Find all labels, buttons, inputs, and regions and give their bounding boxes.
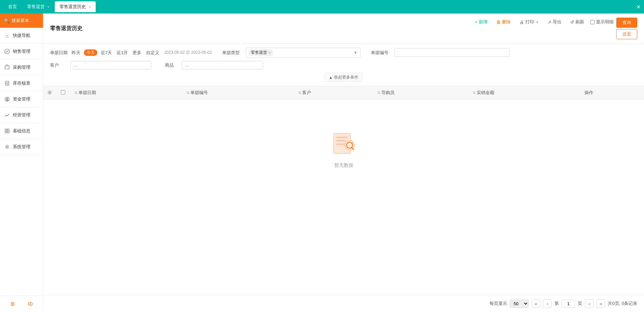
settings-bottom-icon[interactable]: ⚙ xyxy=(8,299,17,309)
th-date[interactable]: 单据日期 xyxy=(70,86,182,99)
sidebar-item-sales-mgmt[interactable]: 销售管理 xyxy=(0,44,43,60)
date-opt-today[interactable]: 今天 xyxy=(84,49,97,56)
th-guide[interactable]: 导购员 xyxy=(373,86,469,99)
type-select-arrow: ▼ xyxy=(353,50,358,55)
date-opt-more[interactable]: 更多 xyxy=(131,49,143,57)
refresh-button-label: 刷新 xyxy=(575,19,584,25)
collapse-btn[interactable]: ▲ 收起更多条件 xyxy=(325,73,363,82)
show-detail-label: 显示明细 xyxy=(596,19,614,25)
page-label: 第 xyxy=(554,300,559,307)
sidebar-item-quick-nav[interactable]: ⌂ 快捷导航 xyxy=(0,28,43,44)
delete-icon: 🗑 xyxy=(496,20,501,25)
export-button-label: 导出 xyxy=(553,19,562,25)
sidebar: 🔍 搜索菜单 ⌂ 快捷导航 销售管理 采购管理 库存核算 xyxy=(0,14,43,312)
sidebar-item-system[interactable]: 系统管理 xyxy=(0,139,43,155)
delete-button-label: 删除 xyxy=(502,19,511,25)
table-body: 暂无数据 xyxy=(43,99,644,196)
type-tag-close[interactable]: × xyxy=(268,50,271,55)
number-input[interactable] xyxy=(395,48,509,57)
print-icon: 🖨 xyxy=(520,20,524,25)
refresh-button[interactable]: ↺ 刷新 xyxy=(568,18,587,26)
last-page-button[interactable]: » xyxy=(596,299,605,308)
volume-icon[interactable] xyxy=(26,299,35,309)
sidebar-item-operations[interactable]: 经营管理 xyxy=(0,107,43,123)
svg-point-0 xyxy=(5,49,9,54)
th-operation: 操作 xyxy=(580,86,644,99)
date-opt-custom[interactable]: 自定义 xyxy=(145,49,161,57)
no-data: 暂无数据 xyxy=(43,99,644,196)
table-header-row: 单据日期 单据编号 客户 导购员 实销金额 xyxy=(43,86,644,99)
type-select[interactable]: 零售退货 × ▼ xyxy=(246,48,361,58)
tab-retail-return-history[interactable]: 零售退货历史 × xyxy=(55,1,95,12)
sidebar-item-purchase-mgmt[interactable]: 采购管理 xyxy=(0,60,43,75)
number-label: 单据编号 xyxy=(371,50,391,56)
page-header: 零售退货历史 + 新增 🗑 删除 🖨 打印 ▼ xyxy=(43,14,644,44)
tab-retail-return-close[interactable]: × xyxy=(47,5,49,9)
page-number-input[interactable] xyxy=(562,300,575,308)
first-page-icon: « xyxy=(535,301,537,306)
home-icon: ⌂ xyxy=(4,32,10,39)
date-options: 昨天 今天 近7天 近1月 更多 自定义 xyxy=(70,49,161,57)
page-size-label: 每页显示 xyxy=(490,300,507,307)
export-icon: ↗ xyxy=(548,20,551,25)
tab-retail-return-history-close[interactable]: × xyxy=(89,5,91,9)
refresh-icon: ↺ xyxy=(570,20,574,25)
sidebar-label-operations: 经营管理 xyxy=(13,112,30,118)
purchase-icon xyxy=(4,64,10,70)
date-opt-1month[interactable]: 近1月 xyxy=(115,49,129,57)
date-opt-yesterday[interactable]: 昨天 xyxy=(70,49,82,57)
date-range-display: 2023-06-02 至 2023-06-02 xyxy=(164,50,212,55)
show-detail-checkbox-label[interactable]: 显示明细 xyxy=(590,19,614,25)
tab-retail-return-history-label: 零售退货历史 xyxy=(59,4,86,10)
sidebar-item-finance[interactable]: 资金管理 xyxy=(0,91,43,107)
th-amount[interactable]: 实销金额 xyxy=(469,86,580,99)
basic-info-icon xyxy=(4,128,10,134)
th-customer[interactable]: 客户 xyxy=(294,86,373,99)
settings-button[interactable]: 设置 xyxy=(616,29,637,39)
svg-rect-12 xyxy=(336,137,348,138)
sidebar-bottom: ⚙ xyxy=(0,295,43,312)
system-icon xyxy=(4,144,10,150)
print-button[interactable]: 🖨 打印 ▼ xyxy=(517,18,542,26)
tab-home[interactable]: 首页 xyxy=(3,1,22,12)
svg-point-10 xyxy=(49,92,50,93)
customer-label: 客户 xyxy=(50,62,70,68)
date-opt-7days[interactable]: 近7天 xyxy=(99,49,113,57)
table-area: 单据日期 单据编号 客户 导购员 实销金额 xyxy=(43,86,644,295)
window-close-btn[interactable]: ✕ xyxy=(636,4,641,10)
svg-point-3 xyxy=(7,84,7,85)
delete-button[interactable]: 🗑 删除 xyxy=(494,18,514,26)
date-label: 单据日期 xyxy=(50,50,70,56)
svg-rect-13 xyxy=(336,140,345,141)
prev-page-icon: ‹ xyxy=(547,301,548,306)
no-data-icon xyxy=(329,127,359,157)
svg-rect-5 xyxy=(5,129,7,131)
th-settings[interactable] xyxy=(43,86,57,99)
query-button[interactable]: 查询 xyxy=(616,18,637,28)
sidebar-search[interactable]: 🔍 搜索菜单 xyxy=(0,14,43,28)
select-all-checkbox[interactable] xyxy=(61,90,65,94)
collapse-icon: ▲ xyxy=(329,75,333,80)
tab-retail-return[interactable]: 零售退货 × xyxy=(22,1,54,12)
prev-page-button[interactable]: ‹ xyxy=(543,299,552,308)
filter-area: 单据日期 昨天 今天 近7天 近1月 更多 自定义 2023-06-02 至 2… xyxy=(43,44,644,86)
sidebar-item-inventory[interactable]: 库存核算 xyxy=(0,75,43,91)
svg-rect-7 xyxy=(5,131,7,133)
export-button[interactable]: ↗ 导出 xyxy=(545,18,564,26)
finance-icon xyxy=(4,96,10,102)
page-size-select[interactable]: 50 20 100 xyxy=(510,299,529,308)
show-detail-checkbox[interactable] xyxy=(590,20,595,24)
sidebar-item-basic-info[interactable]: 基础信息 xyxy=(0,123,43,139)
print-dropdown-icon: ▼ xyxy=(535,20,539,24)
customer-input[interactable] xyxy=(70,61,151,69)
sales-icon xyxy=(4,48,10,54)
th-checkbox[interactable] xyxy=(57,86,70,99)
search-icon: 🔍 xyxy=(4,18,9,23)
print-button-label: 打印 xyxy=(525,19,534,25)
th-number[interactable]: 单据编号 xyxy=(182,86,294,99)
first-page-button[interactable]: « xyxy=(531,299,540,308)
goods-input[interactable] xyxy=(182,61,263,69)
tab-bar: 首页 零售退货 × 零售退货历史 × ✕ xyxy=(0,0,644,14)
next-page-button[interactable]: › xyxy=(585,299,594,308)
new-button[interactable]: + 新增 xyxy=(472,18,490,26)
